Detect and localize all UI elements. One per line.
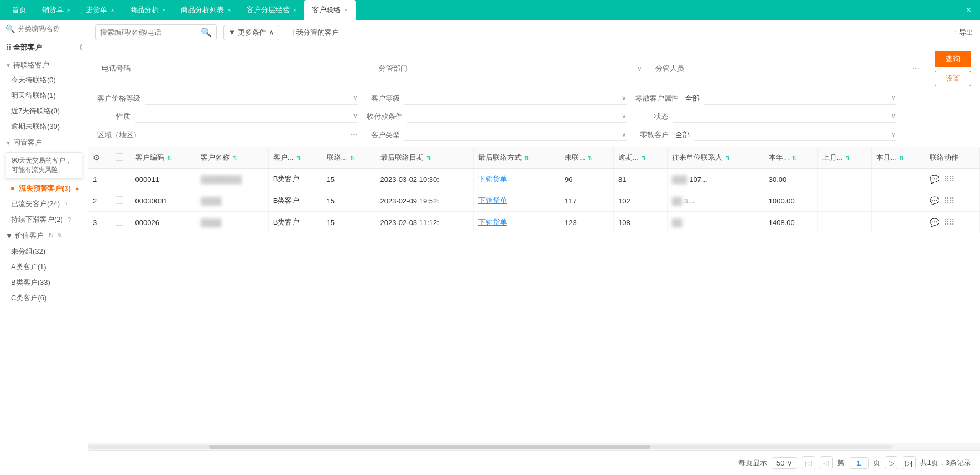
sidebar-item-overdue[interactable]: 逾期未联络(30) <box>0 119 88 134</box>
th-this-month[interactable]: 本月... ⇅ <box>871 147 925 169</box>
more-filters-button[interactable]: ▼ 更多条件 ∧ <box>223 25 279 40</box>
horizontal-scrollbar[interactable] <box>88 443 980 450</box>
th-last-contact-date[interactable]: 最后联络日期 ⇅ <box>376 147 473 169</box>
row3-more-icon[interactable]: ⠿⠿ <box>943 218 955 227</box>
pending-contact-section[interactable]: ▼ 待联络客户 <box>0 57 88 72</box>
tab-product-analysis-list-close[interactable]: × <box>227 7 231 13</box>
sidebar-item-unclassified[interactable]: 未分组(32) <box>0 244 88 259</box>
filter-nature-select[interactable]: ∨ <box>135 110 358 123</box>
at-risk-section[interactable]: ▼ 闲置客户 <box>0 134 88 150</box>
sidebar-item-class-a[interactable]: A类客户(1) <box>0 259 88 275</box>
filter-customer-level-arrow: ∨ <box>622 94 627 102</box>
filter-nature: 性质 ∨ <box>97 110 358 123</box>
tab-sales[interactable]: 销货单 × <box>34 0 78 20</box>
row2-more-icon[interactable]: ⠿⠿ <box>943 196 955 205</box>
row3-chat-icon[interactable]: 💬 <box>930 218 939 227</box>
filter-phone-input[interactable] <box>135 62 366 75</box>
last-page-button[interactable]: ▷| <box>903 456 916 469</box>
value-customers-settings-icon[interactable]: ✎ <box>57 232 62 239</box>
filter-manager-dots[interactable]: ··· <box>912 64 919 74</box>
filter-status-select[interactable]: ∨ <box>673 110 896 123</box>
td-checkbox-1[interactable] <box>111 169 131 190</box>
tab-product-analysis[interactable]: 商品分析 × <box>122 0 173 20</box>
scrollbar-thumb[interactable] <box>209 445 651 449</box>
filter-customer-type-select[interactable]: ∨ <box>404 128 627 141</box>
th-current-year[interactable]: 本年... ⇅ <box>764 147 817 169</box>
filter-manager-select[interactable] <box>689 66 907 71</box>
tab-customer-contact-close[interactable]: × <box>344 7 347 13</box>
tab-customer-contact[interactable]: 客户联络 × <box>304 0 355 20</box>
row1-checkbox[interactable] <box>116 175 123 182</box>
row1-more-icon[interactable]: ⠿⠿ <box>943 175 955 184</box>
sidebar-item-continuous-decline[interactable]: 持续下滑客户(2) ? <box>0 212 88 227</box>
th-settings[interactable]: ⚙ <box>88 147 111 169</box>
th-last-contact-method[interactable]: 最后联络方式 ⇅ <box>473 147 560 169</box>
per-page-select[interactable]: 50 ∨ <box>772 457 797 469</box>
td-checkbox-2[interactable] <box>111 190 131 212</box>
select-all-checkbox[interactable] <box>116 153 123 161</box>
filter-region-dots[interactable]: ··· <box>350 130 357 140</box>
my-customers-checkbox-box[interactable] <box>286 29 294 36</box>
th-contact[interactable]: 联络... ⇅ <box>322 147 376 169</box>
sidebar-item-week[interactable]: 近7天待联络(0) <box>0 103 88 119</box>
tab-home[interactable]: 首页 <box>4 0 34 20</box>
page-number-input[interactable] <box>849 457 869 469</box>
row2-chat-icon[interactable]: 💬 <box>930 196 939 205</box>
tab-purchase[interactable]: 进货单 × <box>78 0 122 20</box>
export-button[interactable]: ↑ 导出 <box>953 28 974 38</box>
td-last-contact-method-3[interactable]: 下销货单 <box>473 212 560 233</box>
tab-product-analysis-close[interactable]: × <box>162 7 165 13</box>
th-customer-code[interactable]: 客户编码 ⇅ <box>131 147 196 169</box>
filter-customer-level-select[interactable]: ∨ <box>404 92 627 105</box>
sidebar-search-input[interactable] <box>18 25 88 33</box>
per-page-value: 50 <box>776 459 784 467</box>
th-overdue[interactable]: 逾期... ⇅ <box>613 147 667 169</box>
sidebar-collapse-btn[interactable]: 《 <box>76 43 82 53</box>
tab-customer-layer-close[interactable]: × <box>293 7 296 13</box>
row1-chat-icon[interactable]: 💬 <box>930 175 939 184</box>
td-checkbox-3[interactable] <box>111 212 131 233</box>
sidebar-item-churned[interactable]: 已流失客户(24) ? <box>0 196 88 212</box>
filter-retail-attr-select[interactable]: ∨ <box>704 92 896 105</box>
sidebar-item-today[interactable]: 今天待联络(0) <box>0 72 88 88</box>
value-customers-refresh-icon[interactable]: ↻ <box>48 232 54 239</box>
filter-price-level-select[interactable]: ∨ <box>145 92 358 105</box>
prev-page-button[interactable]: ◁ <box>820 456 833 469</box>
tab-product-analysis-list[interactable]: 商品分析列表 × <box>173 0 238 20</box>
th-last-month[interactable]: 上月... ⇅ <box>817 147 871 169</box>
value-customers-section[interactable]: ▼ 价值客户 ↻ ✎ <box>0 227 88 244</box>
filter-dept-select[interactable]: ∨ <box>412 62 643 75</box>
close-all-tabs-button[interactable]: × <box>962 5 976 15</box>
toolbar-search-button[interactable]: 🔍 <box>201 27 212 38</box>
settings-gear-icon[interactable]: ⚙ <box>93 153 100 162</box>
sidebar-item-class-b[interactable]: B类客户(33) <box>0 275 88 290</box>
th-customer-name[interactable]: 客户名称 ⇅ <box>196 147 268 169</box>
my-customers-checkbox[interactable]: 我分管的客户 <box>286 28 339 38</box>
th-customer-type[interactable]: 客户... ⇅ <box>268 147 322 169</box>
td-last-contact-method-2[interactable]: 下销货单 <box>473 190 560 212</box>
filter-price-level: 客户价格等级 ∨ <box>97 92 358 105</box>
filter-retail-customer-select[interactable]: ∨ <box>694 128 896 141</box>
tab-purchase-close[interactable]: × <box>111 7 114 13</box>
sidebar-item-class-c[interactable]: C类客户(6) <box>0 290 88 306</box>
th-contact-person[interactable]: 往来单位联系人 ⇅ <box>667 147 764 169</box>
next-page-button[interactable]: ▷ <box>885 456 898 469</box>
query-button[interactable]: 查询 <box>935 51 971 67</box>
td-current-year-2: 1000.00 <box>764 190 817 212</box>
all-customers-header[interactable]: ⠿ 全部客户 《 <box>0 38 88 57</box>
tab-sales-close[interactable]: × <box>67 7 70 13</box>
filter-icon: ▼ <box>228 28 236 36</box>
sidebar-item-churn-risk[interactable]: 流失预警客户(3) ● <box>0 181 88 196</box>
settings-button[interactable]: 设置 <box>935 71 971 86</box>
scrollbar-track[interactable] <box>88 445 892 449</box>
filter-payment-select[interactable]: ∨ <box>407 110 627 123</box>
row2-checkbox[interactable] <box>116 196 123 204</box>
row3-checkbox[interactable] <box>116 218 123 226</box>
sidebar-item-tomorrow[interactable]: 明天待联络(1) <box>0 88 88 103</box>
th-not-contacted[interactable]: 未联... ⇅ <box>560 147 613 169</box>
toolbar-search-input[interactable] <box>100 28 197 36</box>
td-last-contact-method-1[interactable]: 下销货单 <box>473 169 560 190</box>
first-page-button[interactable]: |◁ <box>802 456 815 469</box>
tab-customer-layer[interactable]: 客户分层经营 × <box>239 0 304 20</box>
td-customer-type-1: B类客户 <box>268 169 322 190</box>
